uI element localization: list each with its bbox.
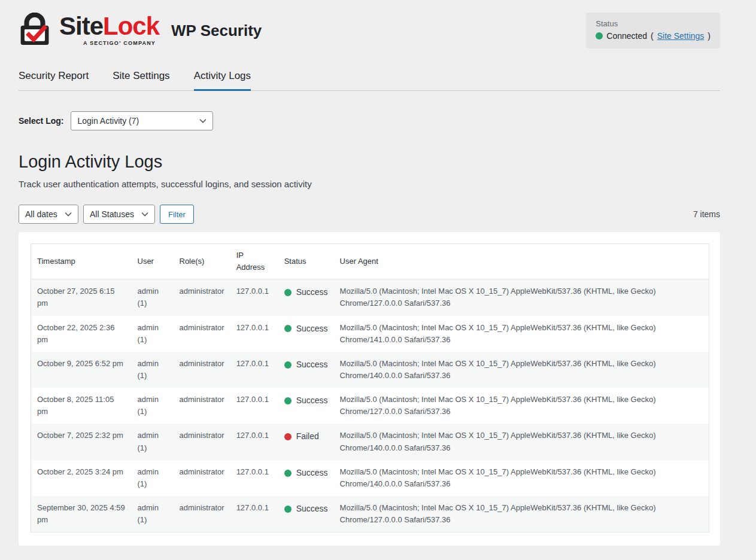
status-dot-icon [284, 289, 292, 296]
table-row: September 30, 2025 4:59 pm admin (1) adm… [31, 496, 709, 532]
status-cell: Success [278, 388, 334, 424]
roles-cell: administrator [174, 316, 230, 352]
status-cell: Success [278, 460, 334, 496]
col-header-user: User [132, 244, 174, 279]
ip-cell: 127.0.0.1 [230, 316, 278, 352]
user-agent-cell: Mozilla/5.0 (Macintosh; Intel Mac OS X 1… [334, 316, 709, 352]
tab-activity-logs[interactable]: Activity Logs [194, 66, 251, 91]
col-header-ip: IP Address [230, 244, 278, 279]
paren-close: ) [708, 31, 711, 41]
roles-cell: administrator [174, 424, 230, 459]
log-selector-row: Select Log: Login Activity (7) [19, 111, 720, 130]
timestamp-cell: October 9, 2025 6:52 pm [31, 352, 132, 388]
user-cell: admin (1) [132, 388, 174, 424]
ip-cell: 127.0.0.1 [230, 388, 278, 424]
connected-dot-icon [596, 32, 603, 39]
timestamp-cell: October 7, 2025 2:32 pm [31, 424, 132, 459]
main-tabs: Security Report Site Settings Activity L… [19, 66, 720, 91]
log-select[interactable]: Login Activity (7) [71, 111, 213, 130]
brand-logo: SiteLock A SECTIGOʼ COMPANY WP Security [19, 13, 262, 46]
table-row: October 2, 2025 3:24 pm admin (1) admini… [31, 460, 709, 496]
status-label: Success [296, 394, 328, 407]
status-label: Success [296, 322, 328, 336]
user-cell: admin (1) [132, 496, 174, 532]
roles-cell: administrator [174, 352, 230, 388]
filter-bar: All dates All Statuses Filter 7 items [19, 205, 720, 224]
ip-cell: 127.0.0.1 [230, 279, 278, 316]
timestamp-cell: September 30, 2025 4:59 pm [31, 496, 132, 532]
status-dot-icon [284, 361, 292, 369]
user-cell: admin (1) [132, 279, 174, 316]
status-cell: Success [278, 352, 334, 388]
filter-button[interactable]: Filter [160, 205, 194, 224]
brand-tagline: A SECTIGOʼ COMPANY [59, 40, 159, 46]
roles-cell: administrator [174, 460, 230, 496]
table-row: October 9, 2025 6:52 pm admin (1) admini… [31, 352, 709, 388]
user-agent-cell: Mozilla/5.0 (Macintosh; Intel Mac OS X 1… [334, 496, 709, 532]
brand-lock-text: Lock [103, 12, 159, 40]
table-row: October 7, 2025 2:32 pm admin (1) admini… [31, 424, 709, 459]
status-cell: Success [278, 279, 334, 316]
tab-security-report[interactable]: Security Report [19, 66, 89, 91]
status-value: Connected [606, 31, 647, 41]
table-row: October 8, 2025 11:05 pm admin (1) admin… [31, 388, 709, 424]
section-title: Login Activity Logs [19, 152, 720, 172]
log-select-wrap: Login Activity (7) [71, 111, 213, 130]
status-filter-wrap: All Statuses [83, 205, 155, 224]
login-activity-table: Timestamp User Role(s) IP Address Status… [31, 244, 709, 532]
status-label: Failed [296, 430, 319, 443]
roles-cell: administrator [174, 496, 230, 532]
status-dot-icon [284, 397, 292, 404]
roles-cell: administrator [174, 388, 230, 424]
col-header-status: Status [278, 244, 334, 279]
site-settings-link[interactable]: Site Settings [657, 31, 705, 41]
select-log-label: Select Log: [19, 116, 63, 126]
status-cell: Success [278, 316, 334, 352]
user-cell: admin (1) [132, 352, 174, 388]
col-header-roles: Role(s) [174, 244, 230, 279]
user-cell: admin (1) [132, 316, 174, 352]
status-label: Success [296, 503, 328, 516]
sitelock-lock-icon [19, 13, 51, 46]
user-cell: admin (1) [132, 460, 174, 496]
section-subtitle: Track user authentication attempts, succ… [19, 179, 720, 189]
user-agent-cell: Mozilla/5.0 (Macintosh; Intel Mac OS X 1… [334, 352, 709, 388]
roles-cell: administrator [174, 279, 230, 316]
user-cell: admin (1) [132, 424, 174, 459]
col-header-user-agent: User Agent [334, 244, 709, 279]
timestamp-cell: October 8, 2025 11:05 pm [31, 388, 132, 424]
table-row: October 27, 2025 6:15 pm admin (1) admin… [31, 279, 709, 316]
sitelock-wordmark: SiteLock A SECTIGOʼ COMPANY [59, 13, 159, 46]
status-dot-icon [284, 325, 292, 332]
log-table-card: Timestamp User Role(s) IP Address Status… [19, 232, 720, 546]
page-title: WP Security [171, 19, 262, 40]
user-agent-cell: Mozilla/5.0 (Macintosh; Intel Mac OS X 1… [334, 424, 709, 459]
ip-cell: 127.0.0.1 [230, 496, 278, 532]
date-filter-select[interactable]: All dates [19, 205, 78, 224]
ip-cell: 127.0.0.1 [230, 424, 278, 459]
status-label: Success [296, 286, 328, 299]
user-agent-cell: Mozilla/5.0 (Macintosh; Intel Mac OS X 1… [334, 279, 709, 316]
user-agent-cell: Mozilla/5.0 (Macintosh; Intel Mac OS X 1… [334, 460, 709, 496]
paren-open: ( [651, 31, 654, 41]
status-cell: Failed [278, 424, 334, 459]
tab-site-settings[interactable]: Site Settings [113, 66, 169, 91]
connection-status-box: Status Connected ( Site Settings ) [586, 13, 720, 48]
status-value-line: Connected ( Site Settings ) [596, 31, 711, 41]
sitelock-brand-text: SiteLock [59, 13, 159, 39]
items-count: 7 items [693, 209, 720, 219]
col-header-timestamp: Timestamp [31, 244, 132, 279]
status-dot-icon [284, 506, 292, 513]
table-header: Timestamp User Role(s) IP Address Status… [31, 244, 709, 279]
status-label: Success [296, 358, 328, 372]
timestamp-cell: October 22, 2025 2:36 pm [31, 316, 132, 352]
date-filter-wrap: All dates [19, 205, 78, 224]
status-filter-select[interactable]: All Statuses [83, 205, 155, 224]
log-table-body: October 27, 2025 6:15 pm admin (1) admin… [31, 279, 709, 532]
header: SiteLock A SECTIGOʼ COMPANY WP Security … [19, 13, 720, 48]
table-row: October 22, 2025 2:36 pm admin (1) admin… [31, 316, 709, 352]
brand-site-text: Site [59, 12, 103, 40]
status-cell: Success [278, 496, 334, 532]
status-dot-icon [284, 470, 292, 477]
ip-cell: 127.0.0.1 [230, 460, 278, 496]
